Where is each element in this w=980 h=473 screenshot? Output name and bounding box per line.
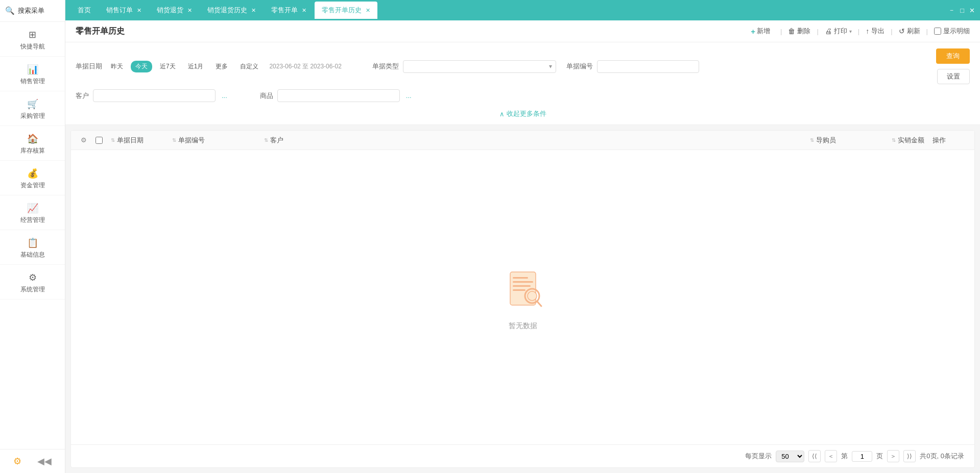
- sidebar-item-inventory[interactable]: 🏠 库存核算: [0, 126, 65, 161]
- sidebar-item-system[interactable]: ⚙ 系统管理: [0, 265, 65, 300]
- sidebar-bottom: ⚙ ◀◀: [0, 449, 65, 473]
- close-sales-return-history-icon[interactable]: ✕: [251, 7, 256, 14]
- date-shortcuts: 昨天 今天 近7天 近1月 更多 自定义 2023-06-02 至 2023-0…: [106, 61, 342, 72]
- nav-tab-retail-open-history[interactable]: 零售开单历史 ✕: [315, 2, 377, 19]
- search-icon: 🔍: [5, 6, 15, 15]
- nav-tab-home[interactable]: 首页: [70, 2, 98, 19]
- add-button[interactable]: + 新增: [747, 24, 774, 38]
- col-header-amount[interactable]: ⇅ 实销金额: [867, 136, 928, 145]
- window-close-icon[interactable]: ✕: [969, 7, 975, 14]
- type-select[interactable]: [403, 60, 556, 73]
- toolbar: 零售开单历史 + 新增 | 🗑 删除 | 🖨 打印 ▾ | ↑ 导出 |: [65, 20, 980, 42]
- date-btn-7days[interactable]: 近7天: [155, 61, 180, 72]
- refresh-icon: ↺: [899, 27, 905, 35]
- page-first-button[interactable]: ⟨⟨: [808, 450, 821, 462]
- export-button[interactable]: ↑ 导出: [866, 27, 885, 36]
- query-button[interactable]: 查询: [936, 48, 970, 64]
- settings-gear-icon[interactable]: ⚙: [13, 456, 21, 467]
- purchase-icon: 🛒: [27, 98, 38, 110]
- product-input[interactable]: [277, 89, 400, 102]
- page-number-input[interactable]: [852, 451, 872, 462]
- customer-label: 客户: [76, 91, 89, 101]
- col-amount-label: 实销金额: [898, 136, 924, 145]
- toolbar-actions: + 新增 | 🗑 删除 | 🖨 打印 ▾ | ↑ 导出 | ↺ 刷新: [747, 24, 970, 38]
- sidebar-item-quick-nav[interactable]: ⊞ 快捷导航: [0, 22, 65, 57]
- svg-line-7: [537, 302, 541, 306]
- number-input[interactable]: [597, 60, 699, 73]
- refresh-button[interactable]: ↺ 刷新: [899, 27, 920, 36]
- maximize-icon[interactable]: □: [960, 7, 964, 14]
- page-next-button[interactable]: ＞: [887, 450, 899, 462]
- select-all-checkbox[interactable]: [95, 137, 103, 144]
- sidebar-item-label: 采购管理: [20, 112, 45, 120]
- sidebar-item-sales[interactable]: 📊 销售管理: [0, 57, 65, 91]
- collapse-filter-button[interactable]: ∧ 收起更多条件: [76, 107, 970, 120]
- sidebar-item-basic[interactable]: 📋 基础信息: [0, 230, 65, 265]
- col-guide-sort-icon: ⇅: [810, 137, 814, 143]
- col-header-customer[interactable]: ⇅ 客户: [260, 136, 806, 145]
- sidebar-item-label: 库存核算: [20, 146, 45, 155]
- display-detail-label: 显示明细: [943, 27, 970, 36]
- customer-ellipsis-button[interactable]: ...: [220, 92, 229, 99]
- date-btn-yesterday[interactable]: 昨天: [106, 61, 128, 72]
- top-nav: 首页 销售订单 ✕ 销货退货 ✕ 销货退货历史 ✕ 零售开单 ✕ 零售开单历史 …: [65, 0, 980, 20]
- sidebar-search[interactable]: 🔍 搜索采单: [0, 0, 65, 22]
- nav-tab-sales-return-history[interactable]: 销货退货历史 ✕: [200, 2, 263, 19]
- close-sales-return-icon[interactable]: ✕: [187, 7, 192, 14]
- close-retail-open-history-icon[interactable]: ✕: [366, 7, 370, 14]
- col-header-date[interactable]: ⇅ 单据日期: [107, 136, 168, 145]
- content-area: ⚙ ⇅ 单据日期 ⇅ 单据编号 ⇅ 客户 ⇅ 导购员 ⇅ 实销金额: [70, 130, 975, 468]
- page-size-select[interactable]: 10 20 50 100: [776, 451, 804, 462]
- page-prev-button[interactable]: ＜: [825, 450, 837, 462]
- total-info: 共0页, 0条记录: [920, 452, 964, 461]
- date-label: 单据日期: [76, 62, 102, 71]
- nav-tab-retail-open[interactable]: 零售开单 ✕: [264, 2, 314, 19]
- page-last-button[interactable]: ⟩⟩: [903, 450, 916, 462]
- sidebar-item-label: 资金管理: [20, 181, 45, 190]
- sales-icon: 📊: [27, 64, 38, 75]
- sidebar-item-label: 系统管理: [20, 285, 45, 294]
- date-btn-custom[interactable]: 自定义: [235, 61, 263, 72]
- collapse-up-icon: ∧: [499, 110, 505, 118]
- sidebar-collapse-icon[interactable]: ◀◀: [37, 456, 52, 467]
- pagination: 每页显示 10 20 50 100 ⟨⟨ ＜ 第 页 ＞ ⟩⟩ 共0页, 0条记…: [71, 444, 974, 467]
- sidebar: 🔍 搜索采单 ⊞ 快捷导航 📊 销售管理 🛒 采购管理 🏠 库存核算 💰 资金管…: [0, 0, 65, 473]
- filter-area: 单据日期 昨天 今天 近7天 近1月 更多 自定义 2023-06-02 至 2…: [65, 42, 980, 125]
- quick-nav-icon: ⊞: [29, 29, 36, 40]
- sidebar-item-label: 基础信息: [20, 251, 45, 259]
- nav-tab-home-label: 首页: [78, 6, 91, 15]
- filter-row-1: 单据日期 昨天 今天 近7天 近1月 更多 自定义 2023-06-02 至 2…: [76, 48, 970, 84]
- add-icon: +: [751, 27, 755, 36]
- date-btn-more[interactable]: 更多: [211, 61, 232, 72]
- customer-input[interactable]: [93, 89, 216, 102]
- nav-tab-sales-order[interactable]: 销售订单 ✕: [99, 2, 149, 19]
- refresh-label: 刷新: [907, 27, 920, 36]
- type-label: 单据类型: [372, 62, 399, 71]
- svg-rect-3: [513, 285, 531, 287]
- print-dropdown-icon: ▾: [849, 29, 852, 34]
- product-ellipsis-button[interactable]: ...: [404, 92, 414, 99]
- sidebar-item-finance[interactable]: 💰 资金管理: [0, 161, 65, 195]
- close-sales-order-icon[interactable]: ✕: [137, 7, 141, 14]
- col-header-guide[interactable]: ⇅ 导购员: [806, 136, 867, 145]
- print-button[interactable]: 🖨 打印 ▾: [825, 27, 852, 36]
- display-detail-checkbox[interactable]: [934, 28, 941, 35]
- minimize-icon[interactable]: －: [948, 6, 955, 15]
- column-settings-button[interactable]: ⚙: [76, 136, 91, 144]
- nav-tab-sales-return[interactable]: 销货退货 ✕: [150, 2, 199, 19]
- display-detail-button[interactable]: 显示明细: [934, 27, 970, 36]
- add-label: 新增: [757, 27, 770, 36]
- close-retail-open-icon[interactable]: ✕: [302, 7, 306, 14]
- export-icon: ↑: [866, 27, 869, 35]
- empty-text: 暂无数据: [509, 321, 537, 331]
- date-btn-today[interactable]: 今天: [131, 61, 152, 72]
- col-header-number[interactable]: ⇅ 单据编号: [168, 136, 260, 145]
- filter-settings-button[interactable]: 设置: [937, 69, 970, 84]
- delete-button[interactable]: 🗑 删除: [788, 27, 810, 36]
- sidebar-item-operations[interactable]: 📈 经营管理: [0, 195, 65, 230]
- date-btn-1month[interactable]: 近1月: [183, 61, 208, 72]
- sidebar-item-purchase[interactable]: 🛒 采购管理: [0, 91, 65, 126]
- main-content: 首页 销售订单 ✕ 销货退货 ✕ 销货退货历史 ✕ 零售开单 ✕ 零售开单历史 …: [65, 0, 980, 473]
- type-select-wrapper: [403, 60, 556, 73]
- col-header-action: 操作: [928, 136, 969, 145]
